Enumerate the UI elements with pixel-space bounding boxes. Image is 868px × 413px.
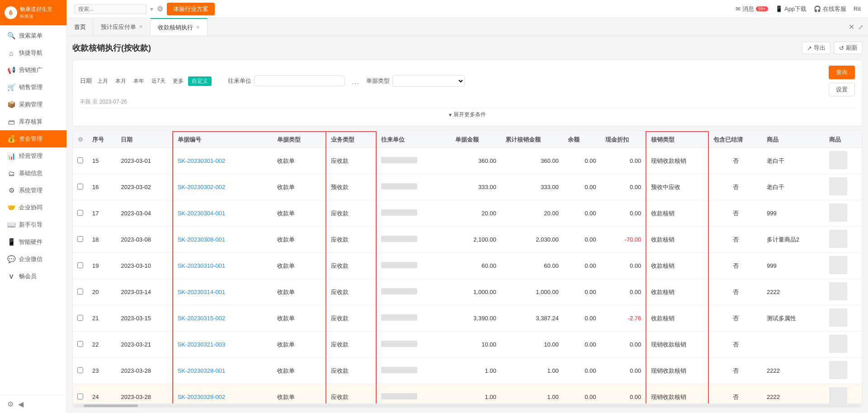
tabbar-close-icon[interactable]: ✕ <box>849 23 854 31</box>
date-btn-7days[interactable]: 近7天 <box>149 76 168 86</box>
app-download-link[interactable]: 📱 App下载 <box>775 5 807 13</box>
td-checkbox[interactable] <box>73 305 88 332</box>
export-button[interactable]: ↗ 导出 <box>802 42 830 54</box>
td-checkbox[interactable] <box>73 358 88 384</box>
td-no: 20 <box>88 279 116 305</box>
tab-receipt-close[interactable]: ✕ <box>196 24 200 30</box>
td-bill-no: SK-20230328-002 <box>173 384 273 404</box>
sidebar-label-basic: 基础信息 <box>19 169 42 177</box>
td-checkbox[interactable] <box>73 253 88 279</box>
tab-pending-close[interactable]: ✕ <box>139 24 143 30</box>
td-balance: 0.00 <box>563 227 601 253</box>
filter-more-dots[interactable]: ... <box>352 76 359 86</box>
date-btn-custom[interactable]: 自定义 <box>188 76 212 86</box>
sidebar-item-finance[interactable]: 💰 资金管理 <box>0 130 66 147</box>
bill-no-link[interactable]: SK-20230308-001 <box>178 236 226 243</box>
filter-settings-button[interactable]: 设置 <box>829 83 855 96</box>
topbar: ▾ ⚙ 体验行业方案 ✉ 消息 99+ 📱 App下载 🎧 在线客服 Rit <box>67 0 868 18</box>
marketing-icon: 📢 <box>7 66 15 74</box>
tab-receipt-label: 收款核销执行 <box>158 24 193 32</box>
td-cash-discount: 0.00 <box>601 200 646 227</box>
tab-receipt-exec[interactable]: 收款核销执行 ✕ <box>151 18 208 36</box>
sidebar-item-hardware[interactable]: 📱 智能硬件 <box>0 233 66 251</box>
sidebar-item-marketing[interactable]: 📢 营销推广 <box>0 62 66 79</box>
user-account[interactable]: Rit <box>854 5 861 12</box>
header-row: ⚙ 序号 日期 单据编号 单据类型 业务类型 往来单位 单据金额 累计核销金额 … <box>73 132 862 148</box>
td-cash-discount: 0.00 <box>601 358 646 384</box>
date-btn-last-month[interactable]: 上月 <box>94 76 111 86</box>
table-row: 21 2023-03-15 SK-20230315-002 收款单 应收款 3,… <box>73 305 862 332</box>
topbar-dropdown-icon[interactable]: ▾ <box>150 5 153 13</box>
td-checkbox[interactable] <box>73 279 88 305</box>
topbar-search-input[interactable] <box>74 4 146 14</box>
td-checkbox[interactable] <box>73 174 88 200</box>
bill-type-filter-select[interactable] <box>392 75 465 87</box>
refresh-button[interactable]: ↺ 刷新 <box>834 42 863 54</box>
bill-no-link[interactable]: SK-20230310-001 <box>178 262 226 269</box>
horizontal-scrollbar[interactable] <box>73 404 862 407</box>
sidebar-label-hardware: 智能硬件 <box>19 238 42 246</box>
bill-no-link[interactable]: SK-20230328-001 <box>178 367 226 374</box>
table-container[interactable]: ⚙ 序号 日期 单据编号 单据类型 业务类型 往来单位 单据金额 累计核销金额 … <box>73 131 862 404</box>
sidebar-item-quick-nav[interactable]: ⌂ 快捷导航 <box>0 44 66 62</box>
sidebar-item-inventory[interactable]: 🗃 库存核算 <box>0 113 66 130</box>
sidebar-label-system: 系统管理 <box>19 186 42 195</box>
sidebar-item-member[interactable]: V 畅会员 <box>0 268 66 285</box>
sidebar-item-guide[interactable]: 📖 新手引导 <box>0 216 66 233</box>
td-date: 2023-03-28 <box>116 384 172 404</box>
tabbar-expand-icon[interactable]: ⤢ <box>858 24 863 31</box>
td-bill-no: SK-20230310-001 <box>173 253 273 279</box>
collapse-icon[interactable]: ◀ <box>18 400 24 408</box>
td-partner <box>376 332 451 358</box>
td-checkbox[interactable] <box>73 332 88 358</box>
td-checkbox[interactable] <box>73 148 88 174</box>
date-btn-this-year[interactable]: 本年 <box>131 76 147 86</box>
scrollbar-thumb[interactable] <box>84 404 138 407</box>
td-amount: 1.00 <box>451 358 500 384</box>
sidebar-item-sales[interactable]: 🛒 销售管理 <box>0 79 66 96</box>
td-verify-type: 收款核销 <box>646 305 708 332</box>
date-btn-more[interactable]: 更多 <box>170 76 186 86</box>
td-goods2 <box>825 332 862 358</box>
td-checkbox[interactable] <box>73 384 88 404</box>
bill-no-link[interactable]: SK-20230321-003 <box>178 341 226 348</box>
bill-no-link[interactable]: SK-20230315-002 <box>178 315 226 322</box>
tab-pending[interactable]: 预计应应付单 ✕ <box>94 18 151 36</box>
sidebar-item-search[interactable]: 🔍 搜索菜单 <box>0 27 66 44</box>
bill-no-link[interactable]: SK-20230328-002 <box>178 394 226 400</box>
td-date: 2023-03-02 <box>116 174 172 200</box>
tab-home[interactable]: 首页 <box>67 18 94 36</box>
td-checkbox[interactable] <box>73 227 88 253</box>
td-checkbox[interactable] <box>73 200 88 227</box>
date-btn-this-month[interactable]: 本月 <box>113 76 129 86</box>
tabbar-actions: ✕ ⤢ <box>844 18 868 36</box>
online-service-link[interactable]: 🎧 在线客服 <box>814 5 846 13</box>
filter-partner-item: 往来单位 <box>228 76 344 86</box>
bill-no-link[interactable]: SK-20230314-001 <box>178 289 226 295</box>
query-button[interactable]: 查询 <box>829 66 855 79</box>
td-biz-type: 应收款 <box>326 253 376 279</box>
td-accum-amount: 3,387.24 <box>501 305 563 332</box>
bill-no-link[interactable]: SK-20230301-002 <box>178 157 226 164</box>
solution-button[interactable]: 体验行业方案 <box>167 3 215 15</box>
message-badge: 99+ <box>756 6 768 11</box>
sidebar-item-wechat[interactable]: 💬 企业微信 <box>0 251 66 268</box>
bill-no-link[interactable]: SK-20230304-001 <box>178 210 226 217</box>
sidebar-item-system[interactable]: ⚙ 系统管理 <box>0 182 66 199</box>
settings-icon[interactable]: ⚙ <box>7 400 14 408</box>
message-button[interactable]: ✉ 消息 99+ <box>736 5 768 13</box>
sidebar-item-basic[interactable]: 🗂 基础信息 <box>0 165 66 182</box>
td-bill-type: 收款单 <box>273 148 326 174</box>
member-icon: V <box>7 273 15 280</box>
sidebar-item-enterprise[interactable]: 🤝 企业协同 <box>0 199 66 216</box>
td-biz-type: 预收款 <box>326 174 376 200</box>
sidebar-item-purchase[interactable]: 📦 采购管理 <box>0 96 66 113</box>
partner-filter-input[interactable] <box>254 76 344 86</box>
td-bill-no: SK-20230301-002 <box>173 148 273 174</box>
th-settings[interactable]: ⚙ <box>73 132 88 148</box>
sidebar: 6 畅康道好生意 标推版 🔍 搜索菜单 ⌂ 快捷导航 📢 营销推广 🛒 销售管理… <box>0 0 67 413</box>
bill-no-link[interactable]: SK-20230302-002 <box>178 184 226 190</box>
filter-expand-btn[interactable]: ▾ 展开更多条件 <box>80 108 855 120</box>
sidebar-item-operation[interactable]: 📊 经营管理 <box>0 147 66 165</box>
topbar-gear-icon[interactable]: ⚙ <box>157 5 163 13</box>
